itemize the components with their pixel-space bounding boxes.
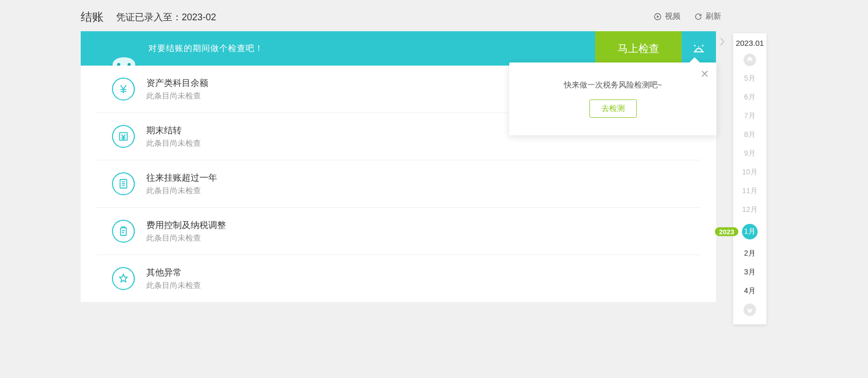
check-item[interactable]: 其他异常此条目尚未检查 (96, 255, 700, 302)
timeline-month-label: 11月 (742, 186, 758, 195)
check-item-text: 往来挂账超过一年此条目尚未检查 (146, 172, 217, 196)
check-item[interactable]: 费用控制及纳税调整此条目尚未检查 (96, 208, 700, 255)
voucher-through-label: 凭证已录入至：2023-02 (116, 11, 216, 23)
yen-icon (112, 78, 135, 100)
check-now-button[interactable]: 马上检查 (595, 31, 682, 66)
timeline-month-label: 12月 (742, 205, 758, 213)
svg-point-2 (112, 57, 135, 66)
go-detect-label: 去检测 (601, 104, 625, 112)
banner-prompt: 对要结账的期间做个检查吧！ (148, 43, 263, 54)
yenbox-icon (112, 125, 135, 148)
timeline-month-label: 3月 (744, 268, 756, 276)
timeline-month-label: 2月 (744, 249, 756, 257)
alarm-icon[interactable] (692, 42, 706, 57)
timeline-month-label: 7月 (744, 111, 756, 120)
timeline-head: 2023.01 (733, 33, 766, 51)
topbar: 结账 凭证已录入至：2023-02 视频 刷新 (81, 9, 721, 25)
year-pill: 2023 (715, 228, 738, 236)
check-item-status: 此条目尚未检查 (146, 138, 201, 148)
clip-icon (112, 220, 135, 243)
timeline-collapse-icon[interactable] (719, 36, 726, 49)
check-item-text: 其他异常此条目尚未检查 (146, 267, 201, 291)
check-item-status: 此条目尚未检查 (146, 91, 208, 101)
video-label: 视频 (665, 11, 681, 21)
timeline-month[interactable]: 12月 (733, 200, 766, 219)
refresh-label: 刷新 (706, 11, 721, 21)
timeline-month[interactable]: 4月 (733, 282, 766, 300)
tax-risk-popover: ✕ 快来做一次税务风险检测吧~ 去检测 (509, 62, 716, 135)
play-circle-icon (653, 12, 662, 21)
timeline-month-label: 4月 (744, 286, 756, 295)
check-item-title: 期末结转 (146, 124, 201, 136)
month-timeline: 2023.01 5月6月7月8月9月10月11月12月20231月2月3月4月 (733, 33, 766, 324)
voucher-label-prefix: 凭证已录入至： (116, 12, 182, 22)
check-item-title: 费用控制及纳税调整 (146, 219, 226, 231)
timeline-month[interactable]: 5月 (733, 69, 766, 88)
timeline-month[interactable]: 8月 (733, 125, 766, 144)
svg-rect-7 (121, 228, 127, 236)
check-item-text: 费用控制及纳税调整此条目尚未检查 (146, 219, 226, 243)
topbar-right: 视频 刷新 (653, 11, 721, 21)
go-detect-button[interactable]: 去检测 (589, 99, 637, 118)
check-item-status: 此条目尚未检查 (146, 186, 217, 196)
timeline-month[interactable]: 3月 (733, 263, 766, 282)
popover-message: 快来做一次税务风险检测吧~ (509, 80, 716, 90)
doc-icon (112, 172, 135, 195)
check-item-status: 此条目尚未检查 (146, 233, 226, 243)
robot-icon (109, 49, 139, 66)
check-item-text: 期末结转此条目尚未检查 (146, 124, 201, 148)
timeline-month[interactable]: 11月 (733, 182, 766, 200)
timeline-month-label: 10月 (742, 168, 758, 176)
timeline-up-button[interactable] (744, 54, 756, 66)
check-now-label: 马上检查 (618, 42, 659, 56)
refresh-button[interactable]: 刷新 (694, 11, 721, 21)
timeline-down-button[interactable] (744, 304, 756, 316)
refresh-icon (694, 12, 702, 21)
check-item-title: 往来挂账超过一年 (146, 172, 217, 184)
timeline-month-label: 1月 (742, 224, 758, 240)
check-item[interactable]: 往来挂账超过一年此条目尚未检查 (96, 160, 700, 208)
check-item-title: 其他异常 (146, 267, 201, 279)
check-item-text: 资产类科目余额此条目尚未检查 (146, 77, 208, 101)
timeline-month[interactable]: 2月 (733, 244, 766, 263)
star-icon (112, 267, 135, 290)
page-title: 结账 (81, 9, 104, 25)
timeline-month-label: 8月 (744, 130, 756, 138)
timeline-month[interactable]: 9月 (733, 144, 766, 163)
timeline-month[interactable]: 10月 (733, 163, 766, 182)
voucher-label-value: 2023-02 (182, 12, 216, 22)
timeline-month[interactable]: 6月 (733, 88, 766, 107)
video-button[interactable]: 视频 (653, 11, 681, 21)
timeline-month[interactable]: 7月 (733, 107, 766, 125)
timeline-month-label: 5月 (744, 74, 756, 82)
banner: 对要结账的期间做个检查吧！ 马上检查 (81, 31, 716, 66)
timeline-month[interactable]: 20231月 (733, 219, 766, 244)
check-item-status: 此条目尚未检查 (146, 281, 201, 291)
close-icon[interactable]: ✕ (700, 68, 709, 80)
timeline-month-label: 6月 (744, 93, 756, 101)
timeline-month-label: 9月 (744, 149, 756, 157)
check-item-title: 资产类科目余额 (146, 77, 208, 89)
